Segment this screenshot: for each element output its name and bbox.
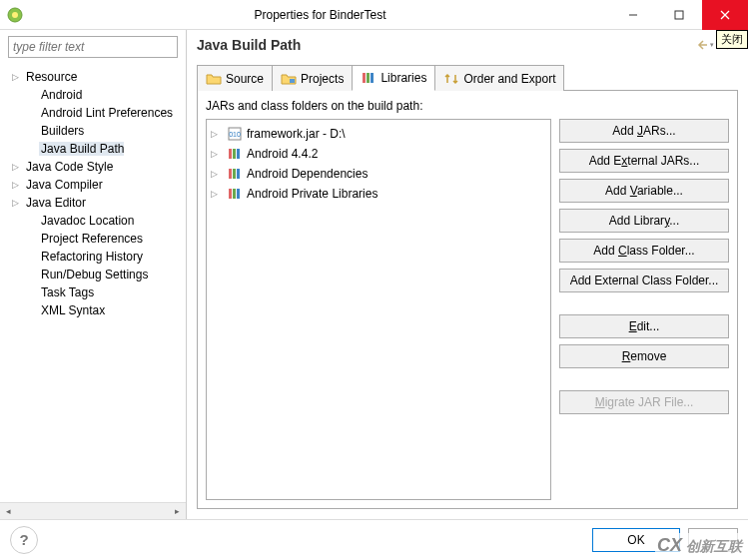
svg-rect-6 (290, 79, 295, 83)
tree-item-label: Java Compiler (24, 178, 103, 192)
libraries-icon (361, 70, 376, 86)
dialog-footer: ? OK (0, 519, 748, 559)
close-tooltip: 关闭 (716, 30, 748, 49)
tree-item-label: Builders (39, 124, 84, 138)
svg-rect-14 (237, 149, 240, 159)
tree-expander-icon[interactable]: ▷ (211, 149, 223, 159)
tree-item-label: Java Build Path (39, 142, 124, 156)
library-item-label: Android Dependencies (247, 167, 368, 181)
tree-item-java-build-path[interactable]: Java Build Path (12, 140, 186, 158)
tree-item-label: Android Lint Preferences (39, 106, 173, 120)
add-class-folder-button[interactable]: Add Class Folder... (559, 239, 729, 263)
tab-label: Libraries (380, 71, 426, 85)
tree-item-javadoc-location[interactable]: Javadoc Location (12, 212, 186, 230)
svg-text:010: 010 (229, 131, 241, 138)
tree-expander-icon[interactable]: ▷ (12, 72, 24, 82)
svg-rect-8 (367, 73, 370, 83)
svg-rect-16 (233, 169, 236, 179)
tab-libraries[interactable]: Libraries (352, 65, 435, 91)
library-set-icon (227, 146, 243, 162)
svg-rect-3 (675, 11, 683, 19)
library-item[interactable]: ▷Android Dependencies (211, 164, 546, 184)
tab-label: Order and Export (463, 72, 555, 86)
svg-rect-17 (237, 169, 240, 179)
edit-button[interactable]: Edit... (559, 314, 729, 338)
svg-rect-7 (363, 73, 366, 83)
left-panel: ▷ResourceAndroidAndroid Lint Preferences… (0, 30, 187, 519)
help-icon[interactable]: ? (10, 526, 38, 554)
tab-projects[interactable]: Projects (272, 65, 353, 91)
tree-item-label: Android (39, 88, 82, 102)
tree-item-java-editor[interactable]: ▷Java Editor (12, 194, 186, 212)
library-item-label: framework.jar - D:\ (247, 127, 346, 141)
add-jars-button[interactable]: Add JARs... (559, 119, 729, 143)
tree-expander-icon[interactable]: ▷ (211, 129, 223, 139)
tab-order-and-export[interactable]: Order and Export (434, 65, 564, 91)
tree-item-label: XML Syntax (39, 303, 105, 317)
library-item[interactable]: ▷010framework.jar - D:\ (211, 124, 546, 144)
add-external-jars-button[interactable]: Add External JARs... (559, 149, 729, 173)
tree-item-xml-syntax[interactable]: XML Syntax (12, 301, 186, 319)
projects-icon (281, 71, 297, 87)
page-title: Java Build Path (197, 37, 696, 53)
libraries-list[interactable]: ▷010framework.jar - D:\▷Android 4.4.2▷An… (206, 119, 551, 500)
library-set-icon (227, 186, 243, 202)
app-icon (0, 7, 30, 23)
tree-item-label: Run/Debug Settings (39, 268, 148, 281)
maximize-button[interactable] (656, 0, 702, 30)
tab-label: Source (226, 72, 264, 86)
library-item[interactable]: ▷Android 4.4.2 (211, 144, 546, 164)
tree-expander-icon[interactable]: ▷ (12, 198, 24, 208)
tree-expander-icon[interactable]: ▷ (211, 169, 223, 179)
svg-point-1 (12, 12, 18, 18)
tree-item-label: Task Tags (39, 285, 94, 299)
add-variable-button[interactable]: Add Variable... (559, 179, 729, 203)
horizontal-scrollbar[interactable]: ◂ ▸ (0, 502, 186, 519)
svg-rect-15 (229, 169, 232, 179)
tree-item-task-tags[interactable]: Task Tags (12, 283, 186, 301)
tree-item-project-references[interactable]: Project References (12, 230, 186, 248)
scroll-left-arrow[interactable]: ◂ (0, 503, 17, 519)
svg-rect-18 (229, 189, 232, 199)
tree-expander-icon[interactable]: ▷ (12, 162, 24, 172)
library-item-label: Android Private Libraries (247, 187, 377, 201)
svg-rect-12 (229, 149, 232, 159)
tree-item-java-compiler[interactable]: ▷Java Compiler (12, 176, 186, 194)
tree-item-label: Java Code Style (24, 160, 113, 174)
tree-item-android-lint-preferences[interactable]: Android Lint Preferences (12, 104, 186, 122)
category-tree[interactable]: ▷ResourceAndroidAndroid Lint Preferences… (0, 64, 186, 519)
watermark: CX 创新互联 (655, 533, 744, 558)
libraries-description: JARs and class folders on the build path… (206, 99, 729, 113)
close-button[interactable] (702, 0, 748, 30)
tree-item-java-code-style[interactable]: ▷Java Code Style (12, 158, 186, 176)
tree-item-run-debug-settings[interactable]: Run/Debug Settings (12, 266, 186, 283)
tree-item-label: Project References (39, 232, 143, 246)
tree-expander-icon[interactable]: ▷ (211, 189, 223, 199)
add-library-button[interactable]: Add Library... (559, 209, 729, 233)
tree-item-label: Javadoc Location (39, 214, 134, 228)
title-bar: Properties for BinderTest (0, 0, 748, 30)
minimize-button[interactable] (610, 0, 656, 30)
tree-item-label: Resource (24, 70, 77, 84)
tab-source[interactable]: Source (197, 65, 273, 91)
source-icon (206, 71, 222, 87)
tab-bar: SourceProjectsLibrariesOrder and Export (197, 65, 738, 91)
tree-expander-icon[interactable]: ▷ (12, 180, 24, 190)
tree-item-label: Java Editor (24, 196, 86, 210)
tab-label: Projects (301, 72, 344, 86)
tree-item-refactoring-history[interactable]: Refactoring History (12, 248, 186, 266)
filter-input[interactable] (8, 36, 178, 58)
add-external-class-folder-button[interactable]: Add External Class Folder... (559, 269, 729, 292)
tree-item-resource[interactable]: ▷Resource (12, 68, 186, 86)
tree-item-builders[interactable]: Builders (12, 122, 186, 140)
svg-rect-20 (237, 189, 240, 199)
remove-button[interactable]: Remove (559, 344, 729, 368)
library-item[interactable]: ▷Android Private Libraries (211, 184, 546, 204)
tree-item-label: Refactoring History (39, 250, 143, 264)
migrate-jar-button[interactable]: Migrate JAR File... (559, 390, 729, 414)
scroll-right-arrow[interactable]: ▸ (169, 503, 186, 519)
window-title: Properties for BinderTest (30, 8, 610, 22)
back-button[interactable]: ▾ (696, 36, 714, 54)
order-icon (443, 71, 459, 87)
tree-item-android[interactable]: Android (12, 86, 186, 104)
